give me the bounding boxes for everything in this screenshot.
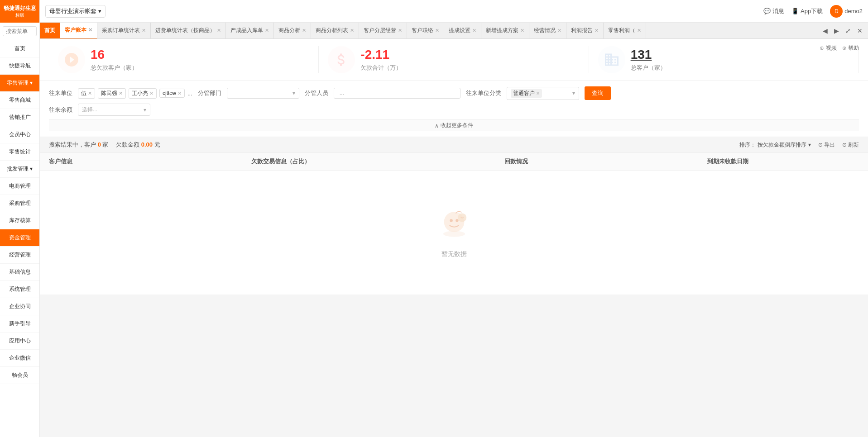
tab-close-icon[interactable]: ✕ — [595, 28, 599, 33]
tab-scroll-right-btn[interactable]: ▶ — [832, 26, 841, 35]
tab-scroll-left-btn[interactable]: ◀ — [821, 26, 830, 35]
export-btn[interactable]: ⊙ 导出 — [818, 141, 835, 149]
filter-tag-close-4[interactable]: ✕ — [177, 90, 182, 96]
tab-product-analysis[interactable]: 商品分析 ✕ — [274, 23, 311, 39]
tab-new-mention-plan[interactable]: 新增提成方案 ✕ — [481, 23, 529, 39]
filter-tag-unit-3[interactable]: 王小亮 ✕ — [129, 88, 157, 99]
sidebar-item-wholesale-mgmt[interactable]: 批发管理 ▾ — [0, 161, 39, 178]
tab-customer-contact[interactable]: 客户联络 ✕ — [407, 23, 444, 39]
sidebar-item-enterprise-wechat[interactable]: 企业微信 — [0, 350, 39, 367]
tab-product-analysis-list-label: 商品分析列表 — [316, 27, 348, 34]
branch-person-select[interactable]: ... — [334, 88, 460, 99]
tab-close-icon[interactable]: ✕ — [637, 28, 641, 33]
branch-dept-select[interactable]: ▾ — [227, 88, 299, 99]
sidebar-item-new-guide[interactable]: 新手引导 — [0, 315, 39, 332]
stat-content-owed-customers: 16 总欠款客户（家） — [91, 48, 309, 72]
tab-profit-report[interactable]: 利润报告 ✕ — [566, 23, 604, 39]
sidebar-item-home[interactable]: 首页 — [0, 40, 39, 57]
tab-close-icon[interactable]: ✕ — [472, 28, 476, 33]
sidebar-item-system-mgmt[interactable]: 系统管理 — [0, 281, 39, 298]
sidebar-item-marketing[interactable]: 营销推广 — [0, 109, 39, 126]
app-download-btn[interactable]: 📱 App下载 — [791, 7, 823, 15]
sidebar-item-app-center[interactable]: 应用中心 — [0, 332, 39, 350]
refresh-icon: ⊙ — [842, 142, 847, 148]
app-logo[interactable]: 畅捷通好生意 标版 — [0, 0, 39, 23]
filter-tag-close-3[interactable]: ✕ — [149, 90, 153, 96]
tab-close-icon[interactable]: ✕ — [302, 28, 306, 33]
sidebar-item-quick-nav[interactable]: 快捷导航 — [0, 57, 39, 75]
search-input[interactable] — [3, 26, 37, 36]
sidebar-item-basic-info[interactable]: 基础信息 — [0, 264, 39, 281]
tab-home[interactable]: 首页 — [40, 23, 60, 39]
col-overdue-date: 到期未收款日期 — [707, 157, 859, 166]
user-profile[interactable]: D demo2 — [830, 5, 863, 18]
tab-accounts-receivable[interactable]: 客户账本 ✕ — [60, 23, 97, 39]
sidebar-item-operation-mgmt[interactable]: 经营管理 — [0, 247, 39, 264]
help-btn[interactable]: ⊙ 帮助 — [842, 44, 859, 52]
tab-incoming-stats[interactable]: 进货单统计表（按商品） ✕ — [151, 23, 226, 39]
branch-person-dots[interactable]: ... — [340, 90, 344, 96]
stat-content-total-customers: 131 总客户（家） — [631, 48, 849, 72]
tab-product-analysis-list[interactable]: 商品分析列表 ✕ — [311, 23, 359, 39]
sidebar-item-retail-mgmt[interactable]: 零售管理 ▾ — [0, 75, 39, 92]
tab-product-incoming[interactable]: 产成品入库单 ✕ — [226, 23, 274, 39]
stat-number-total-customers: 131 — [631, 48, 849, 62]
sidebar-item-inventory[interactable]: 库存核算 — [0, 212, 39, 229]
sort-select[interactable]: 排序： 按欠款金额倒序排序 ▾ — [739, 141, 811, 149]
filter-tag-close-2[interactable]: ✕ — [119, 90, 123, 96]
tab-close-icon[interactable]: ✕ — [350, 28, 354, 33]
filter-tag-unit-2[interactable]: 陈民强 ✕ — [98, 88, 126, 99]
tab-close-icon[interactable]: ✕ — [217, 28, 221, 33]
sidebar-item-retail-stats[interactable]: 零售统计 — [0, 143, 39, 161]
topbar-left: 母婴行业演示帐套 ▾ — [45, 5, 106, 18]
sidebar-item-retail-mall[interactable]: 零售商城 — [0, 92, 39, 109]
filter-tags-container: 伍 ✕ 陈民强 ✕ 王小亮 ✕ cjttcw ✕ ... — [78, 88, 192, 99]
filter-tag-close-1[interactable]: ✕ — [88, 90, 92, 96]
stat-number-owed-amount: -2.11 — [360, 48, 579, 62]
tab-close-all-btn[interactable]: ✕ — [855, 26, 864, 35]
collapse-btn[interactable]: ∧ 收起更多条件 — [49, 119, 859, 131]
tab-close-icon[interactable]: ✕ — [142, 28, 146, 33]
col-owed-transaction: 欠款交易信息（占比） — [251, 157, 504, 166]
industry-selector[interactable]: 母婴行业演示帐套 ▾ — [45, 5, 106, 18]
sidebar-item-enterprise-collab[interactable]: 企业协同 — [0, 298, 39, 315]
tab-customer-contact-label: 客户联络 — [412, 27, 433, 34]
filter-tag-unit-1[interactable]: 伍 ✕ — [78, 88, 95, 99]
stat-block-owed-amount: -2.11 欠款合计（万） — [319, 46, 589, 73]
logo-sub: 标版 — [15, 12, 24, 19]
filter-tag-label-2: 陈民强 — [101, 90, 117, 97]
filter-tag-unit-4[interactable]: cjttcw ✕ — [159, 89, 185, 98]
tab-close-icon[interactable]: ✕ — [88, 27, 92, 33]
sidebar-item-pro-member[interactable]: 畅会员 — [0, 367, 39, 384]
sidebar-item-purchase-mgmt[interactable]: 采购管理 — [0, 195, 39, 212]
message-btn[interactable]: 💬 消息 — [763, 7, 784, 15]
query-button[interactable]: 查询 — [585, 86, 611, 100]
refresh-btn[interactable]: ⊙ 刷新 — [842, 141, 859, 149]
video-help-btn[interactable]: ⊙ 视频 — [820, 44, 836, 52]
unit-type-select[interactable]: 普通客户 ✕ ▾ — [507, 87, 579, 100]
tab-close-icon[interactable]: ✕ — [520, 28, 524, 33]
tab-close-icon[interactable]: ✕ — [265, 28, 269, 33]
result-bar: 搜索结果中，客户 0 家 欠款金额 0.00 元 排序： 按欠款金额倒序排序 ▾… — [40, 137, 868, 153]
filter-more-tags-btn[interactable]: ... — [187, 90, 192, 97]
tab-close-icon[interactable]: ✕ — [435, 28, 439, 33]
tab-operation-status[interactable]: 经营情况 ✕ — [529, 23, 566, 39]
remaining-placeholder: 选择... — [82, 106, 97, 114]
owed-unit: 元 — [154, 141, 160, 148]
remaining-select[interactable]: 选择... ▾ — [78, 104, 150, 116]
tab-product-incoming-label: 产成品入库单 — [230, 27, 263, 34]
sidebar-item-member-center[interactable]: 会员中心 — [0, 126, 39, 143]
tab-customer-segment[interactable]: 客户分层经营 ✕ — [359, 23, 407, 39]
tab-purchase-order-stats[interactable]: 采购订单统计表 ✕ — [97, 23, 151, 39]
tab-retail-profit[interactable]: 零售利润（ ✕ — [604, 23, 646, 39]
tab-expand-btn[interactable]: ⤢ — [844, 26, 853, 35]
tab-incoming-stats-label: 进货单统计表（按商品） — [155, 27, 215, 34]
tab-operation-status-label: 经营情况 — [534, 27, 556, 34]
sidebar-item-ecommerce[interactable]: 电商管理 — [0, 178, 39, 195]
sidebar-item-capital-mgmt[interactable]: 资金管理 — [0, 229, 39, 247]
tab-mention-settings[interactable]: 提成设置 ✕ — [444, 23, 481, 39]
stat-icon-total-customers — [598, 46, 625, 73]
tab-close-icon[interactable]: ✕ — [398, 28, 402, 33]
tab-close-icon[interactable]: ✕ — [557, 28, 561, 33]
unit-type-tag-close[interactable]: ✕ — [536, 91, 540, 96]
